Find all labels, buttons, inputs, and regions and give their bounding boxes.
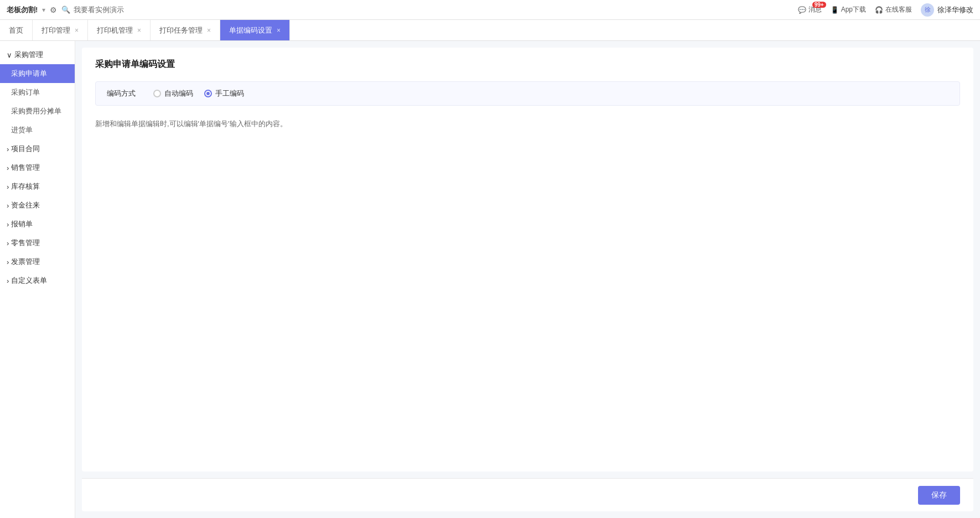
avatar: 徐 [921, 3, 934, 17]
online-service-label: 在线客服 [885, 5, 912, 14]
search-icon: 🔍 [61, 6, 70, 14]
chevron-right-icon: › [7, 277, 9, 285]
chevron-right-icon: › [7, 220, 9, 229]
chevron-right-icon: › [7, 239, 9, 247]
sidebar-group-funds-label: 资金往来 [11, 200, 40, 210]
sidebar-group-retail[interactable]: › 零售管理 [0, 234, 75, 252]
user-name: 徐泽华修改 [937, 5, 973, 15]
tab-print-task-mgmt[interactable]: 打印任务管理 × [151, 20, 220, 40]
top-bar-right: 💬 消息 99+ 📱 App下载 🎧 在线客服 徐 徐泽华修改 [798, 3, 973, 17]
radio-manual[interactable]: 手工编码 [204, 89, 244, 99]
radio-auto-label: 自动编码 [164, 89, 193, 99]
tab-print-mgmt[interactable]: 打印管理 × [33, 20, 88, 40]
chevron-right-icon: › [7, 183, 9, 191]
sidebar-group-invoice[interactable]: › 发票管理 [0, 252, 75, 271]
tab-home-label: 首页 [9, 25, 23, 35]
sidebar-group-funds[interactable]: › 资金往来 [0, 196, 75, 215]
tab-printer-mgmt[interactable]: 打印机管理 × [88, 20, 151, 40]
content-footer: 保存 [82, 478, 973, 511]
radio-manual-circle[interactable] [204, 90, 212, 97]
sidebar-item-inbound-label: 进货单 [11, 126, 33, 134]
tab-single-code-close[interactable]: × [277, 27, 281, 34]
radio-auto-circle[interactable] [153, 90, 161, 97]
sidebar-group-custom-form-label: 自定义表单 [11, 276, 47, 286]
chevron-down-icon: ∨ [7, 51, 12, 59]
chevron-right-icon: › [7, 145, 9, 153]
online-service-button[interactable]: 🎧 在线客服 [875, 5, 912, 14]
chevron-down-icon: ▾ [42, 6, 45, 14]
tab-print-task-mgmt-close[interactable]: × [207, 27, 211, 34]
chevron-right-icon: › [7, 201, 9, 210]
brand-label: 老板勿割! [7, 5, 38, 15]
content-area: 采购申请单编码设置 编码方式 自动编码 手工编码 新增和编辑单据编辑时,可以编辑… [75, 41, 980, 518]
message-button[interactable]: 💬 消息 99+ [798, 5, 822, 14]
sidebar-group-retail-label: 零售管理 [11, 238, 40, 248]
search-bar[interactable]: 🔍 我要看实例演示 [61, 5, 124, 15]
sidebar: ∨ 采购管理 采购申请单 采购订单 采购费用分摊单 进货单 › 项目合同 › 销… [0, 41, 75, 518]
info-text: 新增和编辑单据编辑时,可以编辑'单据编号'输入框中的内容。 [95, 115, 960, 133]
sidebar-group-purchase[interactable]: ∨ 采购管理 [0, 45, 75, 64]
tab-print-mgmt-close[interactable]: × [75, 27, 79, 34]
app-download-button[interactable]: 📱 App下载 [831, 5, 866, 14]
sidebar-group-expense-report[interactable]: › 报销单 [0, 215, 75, 234]
sidebar-group-sales[interactable]: › 销售管理 [0, 158, 75, 177]
sidebar-group-invoice-label: 发票管理 [11, 257, 40, 267]
tab-print-task-mgmt-label: 打印任务管理 [159, 25, 203, 35]
sidebar-item-purchase-requisition[interactable]: 采购申请单 [0, 64, 75, 83]
sidebar-item-purchase-expense[interactable]: 采购费用分摊单 [0, 102, 75, 121]
sidebar-item-purchase-expense-label: 采购费用分摊单 [11, 107, 61, 115]
sidebar-group-custom-form[interactable]: › 自定义表单 [0, 271, 75, 290]
encoding-section: 编码方式 自动编码 手工编码 [95, 81, 960, 106]
content-inner: 采购申请单编码设置 编码方式 自动编码 手工编码 新增和编辑单据编辑时,可以编辑… [82, 48, 973, 472]
sidebar-item-purchase-order[interactable]: 采购订单 [0, 83, 75, 102]
headset-icon: 🎧 [875, 6, 883, 14]
save-button[interactable]: 保存 [918, 486, 960, 505]
chevron-right-icon: › [7, 164, 9, 172]
sidebar-item-purchase-order-label: 采购订单 [11, 88, 40, 96]
sidebar-item-inbound[interactable]: 进货单 [0, 121, 75, 139]
chevron-right-icon: › [7, 258, 9, 266]
tab-home[interactable]: 首页 [0, 20, 33, 40]
download-icon: 📱 [831, 6, 839, 14]
sidebar-group-project[interactable]: › 项目合同 [0, 139, 75, 158]
encoding-label: 编码方式 [107, 89, 136, 99]
sidebar-group-purchase-label: 采购管理 [14, 50, 43, 60]
sidebar-item-purchase-requisition-label: 采购申请单 [11, 69, 47, 77]
page-title: 采购申请单编码设置 [95, 59, 960, 70]
message-icon: 💬 [798, 6, 806, 14]
message-badge: 99+ [812, 2, 826, 8]
sidebar-group-expense-report-label: 报销单 [11, 219, 33, 229]
sidebar-group-sales-label: 销售管理 [11, 163, 40, 173]
top-bar-left: 老板勿割! ▾ ⚙ 🔍 我要看实例演示 [7, 5, 798, 15]
tab-single-code[interactable]: 单据编码设置 × [220, 20, 290, 40]
tab-print-mgmt-label: 打印管理 [42, 25, 70, 35]
sidebar-group-inventory-label: 库存核算 [11, 182, 40, 191]
radio-auto[interactable]: 自动编码 [153, 89, 193, 99]
tab-printer-mgmt-close[interactable]: × [137, 27, 141, 34]
radio-manual-label: 手工编码 [215, 89, 244, 99]
radio-group-encoding: 自动编码 手工编码 [153, 89, 244, 99]
top-bar: 老板勿割! ▾ ⚙ 🔍 我要看实例演示 💬 消息 99+ 📱 App下载 🎧 在… [0, 0, 980, 20]
tab-single-code-label: 单据编码设置 [229, 25, 272, 35]
sidebar-group-inventory[interactable]: › 库存核算 [0, 177, 75, 196]
app-download-label: App下载 [841, 5, 866, 14]
main-layout: ∨ 采购管理 采购申请单 采购订单 采购费用分摊单 进货单 › 项目合同 › 销… [0, 41, 980, 518]
user-menu[interactable]: 徐 徐泽华修改 [921, 3, 973, 17]
search-text: 我要看实例演示 [74, 5, 124, 15]
tab-printer-mgmt-label: 打印机管理 [97, 25, 133, 35]
tab-bar: 首页 打印管理 × 打印机管理 × 打印任务管理 × 单据编码设置 × [0, 20, 980, 41]
gear-icon[interactable]: ⚙ [50, 6, 57, 14]
sidebar-group-project-label: 项目合同 [11, 144, 40, 154]
